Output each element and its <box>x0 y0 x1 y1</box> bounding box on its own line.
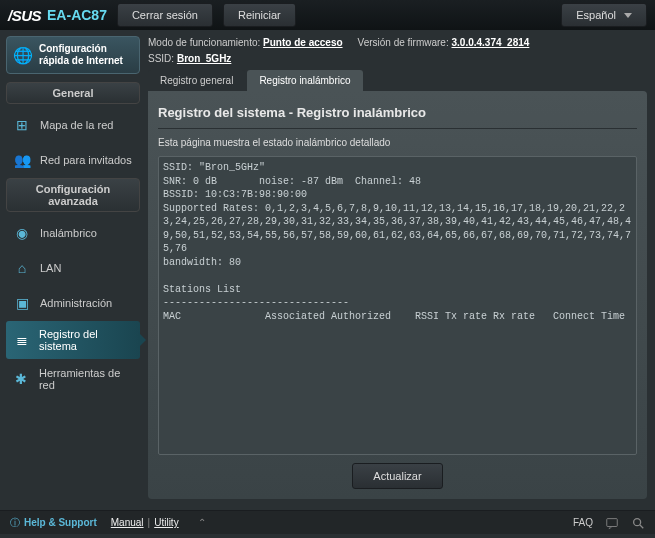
help-support-link[interactable]: Help & Support <box>24 517 97 528</box>
operation-mode-link[interactable]: Punto de acceso <box>263 37 342 48</box>
nav-lan[interactable]: ⌂ LAN <box>6 251 140 285</box>
section-advanced: Configuración avanzada <box>6 178 140 212</box>
page-description: Esta página muestra el estado inalámbric… <box>158 137 637 148</box>
search-icon[interactable] <box>631 516 645 530</box>
content-panel: Registro del sistema - Registro inalámbr… <box>148 91 647 499</box>
ssid-link[interactable]: Bron_5GHz <box>177 53 231 64</box>
model-name: EA-AC87 <box>47 7 107 23</box>
log-icon: ≣ <box>12 330 31 350</box>
globe-icon: 🌐 <box>13 44 33 66</box>
language-select[interactable]: Español <box>561 3 647 27</box>
language-label: Español <box>576 9 616 21</box>
network-icon: ⊞ <box>12 115 32 135</box>
feedback-icon[interactable] <box>605 516 619 530</box>
users-icon: 👥 <box>12 150 32 170</box>
nav-network-tools[interactable]: ✱ Herramientas de red <box>6 360 140 398</box>
nav-guest-network[interactable]: 👥 Red para invitados <box>6 143 140 177</box>
nav-wireless[interactable]: ◉ Inalámbrico <box>6 216 140 250</box>
tab-wireless-log[interactable]: Registro inalámbrico <box>247 70 362 91</box>
quick-label: Configuración rápida de Internet <box>39 43 133 67</box>
expand-icon[interactable]: ⌃ <box>198 517 210 529</box>
section-general: General <box>6 82 140 104</box>
chevron-down-icon <box>624 13 632 18</box>
brand-logo: /SUS <box>8 7 41 24</box>
admin-icon: ▣ <box>12 293 32 313</box>
log-textarea[interactable]: SSID: "Bron_5GHz" SNR: 0 dB noise: -87 d… <box>158 156 637 455</box>
nav-network-map[interactable]: ⊞ Mapa de la red <box>6 108 140 142</box>
lan-icon: ⌂ <box>12 258 32 278</box>
svg-point-1 <box>634 518 641 525</box>
tools-icon: ✱ <box>12 369 31 389</box>
sidebar: 🌐 Configuración rápida de Internet Gener… <box>0 30 146 510</box>
header-bar: /SUS EA-AC87 Cerrar sesión Reiniciar Esp… <box>0 0 655 30</box>
tab-bar: Registro general Registro inalámbrico <box>148 70 647 91</box>
main-content: Modo de funcionamiento: Punto de acceso … <box>146 30 655 510</box>
tab-general-log[interactable]: Registro general <box>148 70 245 91</box>
help-icon: ⓘ <box>10 516 20 530</box>
nav-administration[interactable]: ▣ Administración <box>6 286 140 320</box>
reboot-button[interactable]: Reiniciar <box>223 3 296 27</box>
svg-line-2 <box>640 524 644 528</box>
wifi-icon: ◉ <box>12 223 32 243</box>
utility-link[interactable]: Utility <box>154 517 178 528</box>
logout-button[interactable]: Cerrar sesión <box>117 3 213 27</box>
firmware-link[interactable]: 3.0.0.4.374_2814 <box>451 37 529 48</box>
faq-link[interactable]: FAQ <box>573 517 593 528</box>
svg-rect-0 <box>607 518 618 526</box>
quick-internet-setup[interactable]: 🌐 Configuración rápida de Internet <box>6 36 140 74</box>
nav-system-log[interactable]: ≣ Registro del sistema <box>6 321 140 359</box>
footer: ⓘ Help & Support Manual | Utility ⌃ FAQ <box>0 510 655 534</box>
manual-link[interactable]: Manual <box>111 517 144 528</box>
page-title: Registro del sistema - Registro inalámbr… <box>158 101 637 128</box>
refresh-button[interactable]: Actualizar <box>352 463 442 489</box>
